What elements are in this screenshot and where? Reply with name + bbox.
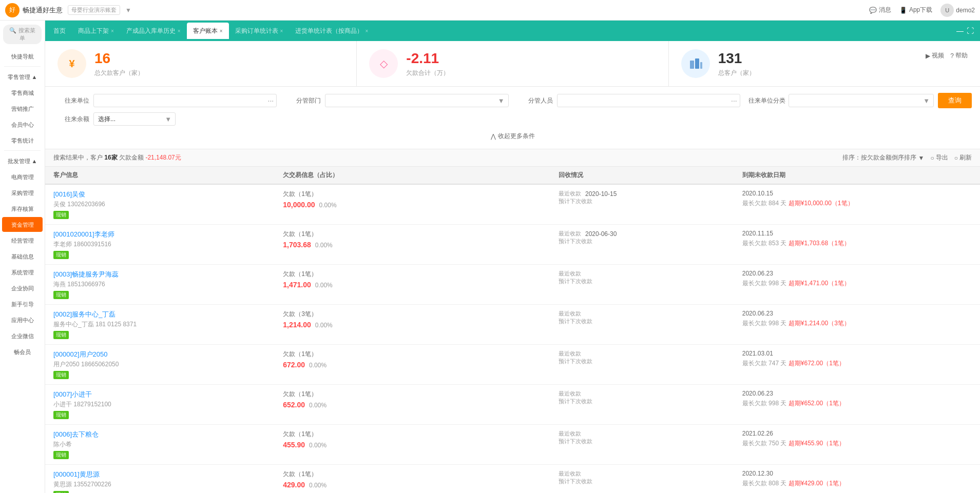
refresh-btn[interactable]: ○ 刷新 (954, 153, 972, 162)
repay-row-1: 最近收款 2020-10-15 (559, 190, 742, 198)
debt-percent-6: 0.00% (309, 402, 326, 409)
col-repay-1: 最近收款 2020-10-15 预计下次收款 (559, 190, 742, 219)
customer-name-3[interactable]: [0003]畅捷服务尹海蕊 (53, 270, 283, 279)
sidebar-search[interactable]: 🔍 搜索菜单 (0, 21, 45, 48)
export-btn[interactable]: ○ 导出 (931, 153, 948, 162)
overdue-link-5[interactable]: 超期¥672.00（1笔） (789, 360, 845, 367)
col-repay-4: 最近收款 预计下次收款 (559, 310, 742, 339)
filter-search-btn[interactable]: 查询 (938, 93, 972, 108)
overdue-link-8[interactable]: 超期¥429.00（1笔） (789, 480, 845, 487)
sidebar-item-batch-mgmt[interactable]: 批发管理 ▲ (2, 153, 43, 168)
tab-purchase-stats2-close[interactable]: × (365, 28, 368, 34)
debt-row-1: 10,000.00 0.00% (283, 201, 559, 209)
sidebar-item-enterprise-collab[interactable]: 企业协同 (2, 281, 43, 295)
user-action[interactable]: U demo2 (940, 4, 975, 17)
message-action[interactable]: 💬 消息 (869, 6, 891, 14)
logo-icon: 好 (5, 3, 20, 17)
sidebar-item-retail-mgmt[interactable]: 零售管理 ▲ (2, 69, 43, 84)
purchase-mgmt-label: 采购管理 (4, 189, 41, 197)
tab-product-status[interactable]: 商品上下架 × (72, 23, 120, 39)
filter-person-input[interactable] (557, 94, 740, 107)
app-download-action[interactable]: 📱 App下载 (899, 6, 932, 14)
overdue-link-4[interactable]: 超期¥1,214.00（3笔） (789, 320, 850, 327)
customer-name-5[interactable]: [000002]用户2050 (53, 350, 283, 359)
tab-customer-account-close[interactable]: × (220, 28, 223, 34)
export-label: 导出 (936, 153, 948, 162)
overdue-link-6[interactable]: 超期¥652.00（1笔） (789, 400, 845, 407)
col-repay-2: 最近收款 2020-06-30 预计下次收款 (559, 230, 742, 259)
filter-person-dots[interactable]: ··· (731, 96, 737, 105)
stat-info-3: 131 总客户（家） (718, 50, 755, 77)
sidebar-item-basic-info[interactable]: 基础信息 (2, 249, 43, 264)
sidebar-item-sys-mgmt[interactable]: 系统管理 (2, 265, 43, 280)
repay-next-3: 预计下次收款 (559, 278, 742, 285)
customer-name-6[interactable]: [0007]小进干 (53, 390, 283, 399)
demo-badge[interactable]: 母婴行业演示账套 (68, 5, 120, 15)
filter-unit-input[interactable] (93, 94, 277, 107)
results-sort[interactable]: 排序：按欠款金额倒序排序 ▼ (842, 153, 925, 162)
sidebar-item-ecom-mgmt[interactable]: 电商管理 (2, 169, 43, 184)
overdue-info-2: 最长欠款 853 天 超期¥1,703.68（1笔） (742, 239, 972, 248)
tab-product-history-close[interactable]: × (178, 28, 181, 34)
tab-purchase-stats[interactable]: 采购订单统计表 × (229, 23, 290, 39)
sidebar-item-enterprise-wechat[interactable]: 企业微信 (2, 328, 43, 343)
stats-bar: ¥ 16 总欠款客户（家） ◇ -2.11 欠款合计（万） (45, 41, 980, 87)
sidebar-item-new-guide[interactable]: 新手引导 (2, 297, 43, 311)
filter-category-select[interactable] (789, 94, 934, 107)
finance-mgmt-label: 资金管理 (4, 221, 41, 229)
customer-name-1[interactable]: [0016]吴俊 (53, 190, 283, 199)
tab-minimize-btn[interactable]: — (956, 27, 964, 35)
overdue-link-1[interactable]: 超期¥10,000.00（1笔） (789, 200, 854, 207)
sidebar-item-retail-stats[interactable]: 零售统计 (2, 133, 43, 148)
filter-unit-dots[interactable]: ··· (268, 96, 274, 105)
overdue-link-3[interactable]: 超期¥1,471.00（1笔） (789, 280, 850, 287)
overdue-link-7[interactable]: 超期¥455.90（1笔） (789, 440, 845, 447)
customer-name-7[interactable]: [0006]去下粮仓 (53, 430, 283, 439)
tab-product-status-close[interactable]: × (111, 28, 114, 34)
due-date-4: 2020.06.23 (742, 310, 972, 317)
tab-purchase-stats-close[interactable]: × (280, 28, 283, 34)
sidebar-item-app-center[interactable]: 应用中心 (2, 312, 43, 327)
tab-maximize-btn[interactable]: ⛶ (967, 27, 974, 35)
col-due-3: 2020.06.23 最长欠款 998 天 超期¥1,471.00（1笔） (742, 270, 972, 299)
sidebar-item-member-vip[interactable]: 畅会员 (2, 344, 43, 359)
help-icon: ? (950, 52, 954, 60)
top-bar-left: 好 畅捷通好生意 母婴行业演示账套 ▼ (5, 3, 131, 17)
customer-name-4[interactable]: [0002]服务中心_丁磊 (53, 310, 283, 319)
sidebar-item-marketing[interactable]: 营销推广 (2, 101, 43, 116)
filter-area: 往来单位 ··· 分管部门 (45, 87, 980, 149)
customer-name-2[interactable]: [0001020001]李老师 (53, 230, 283, 239)
tab-home[interactable]: 首页 (47, 23, 72, 39)
customer-tag-2: 现销 (53, 251, 69, 259)
debt-percent-7: 0.00% (309, 442, 326, 449)
table-row: [000001]黄思源 黄思源 13552700226 现销 欠款（1笔） 42… (45, 465, 980, 493)
sidebar-item-quick-nav[interactable]: 快捷导航 (2, 49, 43, 64)
refresh-label: 刷新 (959, 153, 972, 162)
search-box[interactable]: 🔍 搜索菜单 (3, 25, 42, 44)
sidebar-item-member-center[interactable]: 会员中心 (2, 117, 43, 132)
customer-name-8[interactable]: [000001]黄思源 (53, 470, 283, 479)
customer-tag-1: 现销 (53, 211, 69, 219)
tab-customer-account[interactable]: 客户账本 × (187, 23, 229, 39)
debt-percent-2: 0.00% (315, 242, 333, 249)
search-label: 搜索菜单 (18, 27, 35, 41)
repay-label-5: 最近收款 (559, 350, 581, 358)
collapse-btn[interactable]: ⋀ 收起更多条件 (53, 130, 972, 143)
filter-dept-select[interactable] (325, 94, 508, 107)
tab-product-history[interactable]: 产成品入库单历史 × (120, 23, 187, 39)
video-btn[interactable]: ▶ 视频 (926, 51, 944, 60)
overdue-link-2[interactable]: 超期¥1,703.68（1笔） (789, 240, 850, 247)
dropdown-arrow[interactable]: ▼ (125, 7, 131, 14)
sidebar-item-stock-check[interactable]: 库存核算 (2, 201, 43, 216)
filter-balance-select[interactable]: 选择... (93, 112, 176, 126)
sidebar-item-purchase-mgmt[interactable]: 采购管理 (2, 185, 43, 200)
customer-tag-6: 现销 (53, 411, 69, 419)
sidebar-item-retail-store[interactable]: 零售商城 (2, 85, 43, 100)
tab-purchase-stats2[interactable]: 进货单统计表（按商品） × (289, 23, 374, 39)
help-label: 帮助 (955, 51, 968, 60)
filter-label-category: 往来单位分类 (748, 96, 784, 105)
sidebar-item-finance-mgmt[interactable]: 资金管理 (2, 217, 43, 232)
overdue-info-8: 最长欠款 808 天 超期¥429.00（1笔） (742, 479, 972, 488)
sidebar-item-biz-mgmt[interactable]: 经营管理 (2, 233, 43, 248)
help-btn[interactable]: ? 帮助 (950, 51, 968, 60)
